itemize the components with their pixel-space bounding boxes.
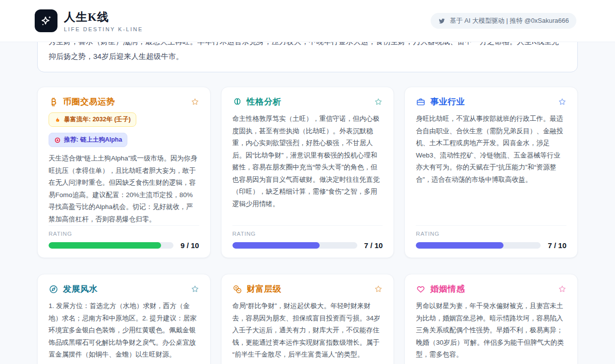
crypto-badges: 暴富流年: 2032年 (壬子) 推荐: 链上土狗Alpha [49,112,199,147]
rating-section: RATING 9 / 10 [49,225,199,250]
card-body-text: 命主性格敦厚笃实（土旺），重信守诺，但内心极度固执，甚至有些执拗（比劫旺）。外表… [232,113,383,210]
card-body-text: 身旺比劫旺，不宜从事按部就班的行政工作。最适合自由职业、合伙生意（需防兄弟反目）… [416,113,566,186]
rating-bar-fill [49,242,161,249]
card-body-text: 命局“群比争财”，财运起伏极大。年轻时财来财去，容易因为朋友、担保或盲目投资而亏… [232,300,383,361]
rating-bar-track [416,242,541,249]
favorite-star-icon[interactable] [374,285,383,293]
twitter-link[interactable]: 基于 AI 大模型驱动 | 推特 @0xSakura666 [431,13,576,29]
card-crypto-trading: 币圈交易运势 暴富流年: 2032年 (壬子) 推荐: 链上土狗Alpha [37,87,211,258]
rating-bar-track [232,242,357,249]
target-icon [54,137,61,144]
rating-value: 9 / 10 [180,241,199,250]
app-title: 人生K线 [64,9,143,25]
compass-icon [49,284,58,294]
card-title: 发展风水 [63,283,98,295]
card-body-text: 天生适合做“链上土狗Alpha”或一级市场。因为你身旺抗压（拿得住单），且比劫旺… [49,153,199,225]
coins-icon [232,284,242,294]
favorite-star-icon[interactable] [558,285,566,293]
rating-section: RATING 7 / 10 [416,225,566,250]
favorite-star-icon[interactable] [191,98,199,106]
brain-icon [232,97,242,107]
card-personality: 性格分析 命主性格敦厚笃实（土旺），重信守诺，但内心极度固执，甚至有些执拗（比劫… [221,87,394,258]
card-body-text: 1. 发展方位：首选北方（水地）求财，西方（金地）求名；忌南方和中原地区。2. … [49,300,199,361]
twitter-bird-icon [438,17,446,25]
favorite-star-icon[interactable] [191,285,199,293]
rating-label: RATING [416,231,566,237]
card-career: 事业行业 身旺比劫旺，不宜从事按部就班的行政工作。最适合自由职业、合伙生意（需防… [404,87,578,258]
card-wealth: 财富层级 命局“群比争财”，财运起伏极大。年轻时财来财去，容易因为朋友、担保或盲… [221,274,394,364]
rating-section: RATING 7 / 10 [232,225,383,250]
analysis-cards-grid: 币圈交易运势 暴富流年: 2032年 (壬子) 推荐: 链上土狗Alpha [37,87,578,364]
card-fengshui: 发展风水 1. 发展方位：首选北方（水地）求财，西方（金地）求名；忌南方和中原地… [37,274,211,364]
app-subtitle: LIFE DESTINY K-LINE [64,26,143,32]
bitcoin-icon [49,97,58,107]
rating-label: RATING [49,231,199,237]
card-title: 财富层级 [247,283,281,295]
card-title: 婚姻情感 [430,283,465,295]
app-header: 人生K线 LIFE DESTINY K-LINE 基于 AI 大模型驱动 | 推… [0,0,615,42]
rating-value: 7 / 10 [548,241,566,250]
recommend-badge: 推荐: 链上土狗Alpha [49,133,127,147]
sparkle-logo-icon [35,9,57,32]
twitter-badge-text: 基于 AI 大模型驱动 | 推特 @0xSakura666 [449,16,569,25]
favorite-star-icon[interactable] [558,98,566,106]
rating-bar-track [49,242,173,249]
rating-bar-fill [416,242,503,249]
favorite-star-icon[interactable] [374,98,383,106]
wealth-year-badge: 暴富流年: 2032年 (壬子) [49,112,136,127]
card-body-text: 男命以财星为妻，年干癸水偏财被克，且妻宫未土为比劫，婚姻宫坐忌神。暗示情路坎坷，… [416,300,566,361]
app-logo[interactable]: 人生K线 LIFE DESTINY K-LINE [35,9,143,32]
rating-value: 7 / 10 [364,241,383,250]
heart-icon [416,284,426,294]
card-title: 事业行业 [430,96,465,107]
card-marriage: 婚姻情感 男命以财星为妻，年干癸水偏财被克，且妻宫未土为比劫，婚姻宫坐忌神。暗示… [404,274,578,364]
briefcase-icon [416,97,426,107]
card-title: 币圈交易运势 [63,96,115,107]
rating-bar-fill [232,242,320,249]
rating-label: RATING [232,231,383,237]
flame-icon [54,116,61,123]
card-title: 性格分析 [247,96,281,107]
